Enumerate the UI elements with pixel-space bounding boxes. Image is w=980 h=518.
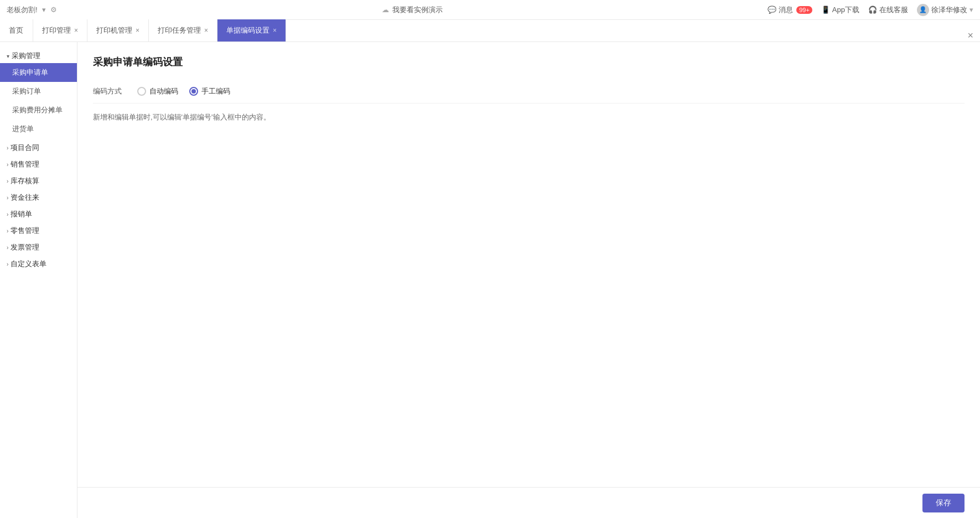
top-bar-center: ☁ 我要看实例演示 [382, 5, 443, 15]
sidebar-item-stock-in[interactable]: 进货单 [0, 120, 77, 138]
chevron-down-icon: ▾ [7, 53, 9, 59]
content-area: 采购申请单编码设置 编码方式 自动编码 手工编码 [77, 42, 980, 518]
encoding-row: 编码方式 自动编码 手工编码 [93, 80, 965, 103]
close-page-icon: × [967, 30, 973, 42]
user-info[interactable]: 👤 徐泽华修改 ▾ [917, 4, 973, 16]
tab-single-code[interactable]: 单据编码设置 × [217, 19, 286, 42]
sidebar-group-purchase[interactable]: ▾ 采购管理 [0, 46, 77, 63]
message-label: 消息 [779, 5, 793, 15]
radio-manual[interactable]: 手工编码 [189, 86, 230, 96]
hint-text: 新增和编辑单据时,可以编辑'单据编号'输入框中的内容。 [93, 112, 965, 122]
tab-bar: 首页 打印管理 × 打印机管理 × 打印任务管理 × 单据编码设置 × × [0, 20, 980, 42]
demo-link[interactable]: 我要看实例演示 [392, 5, 443, 15]
chevron-right-icon: › [7, 245, 8, 251]
message-icon: 💬 [768, 6, 776, 14]
message-badge: 99+ [796, 6, 812, 14]
radio-auto-label: 自动编码 [149, 86, 178, 96]
sidebar: ▾ 采购管理 采购申请单 采购订单 采购费用分摊单 进货单 › 项目合同 › 销… [0, 42, 77, 518]
main-layout: ▾ 采购管理 采购申请单 采购订单 采购费用分摊单 进货单 › 项目合同 › 销… [0, 42, 980, 518]
top-bar-left: 老板勿割! ▾ ⚙ [7, 5, 57, 15]
brand-text: 老板勿割! [7, 5, 38, 15]
radio-group: 自动编码 手工编码 [137, 86, 230, 96]
tab-printer-mgmt-close[interactable]: × [136, 27, 139, 34]
tab-print-mgmt[interactable]: 打印管理 × [33, 19, 87, 42]
app-download-btn[interactable]: 📱 App下载 [821, 5, 859, 15]
radio-manual-label: 手工编码 [201, 86, 230, 96]
chevron-right-icon: › [7, 261, 8, 267]
sidebar-group-project[interactable]: › 项目合同 [0, 138, 77, 155]
app-download-label: App下载 [832, 5, 859, 15]
sidebar-group-invoice-label: 发票管理 [11, 242, 39, 252]
online-service-btn[interactable]: 🎧 在线客服 [868, 5, 908, 15]
sidebar-group-finance[interactable]: › 资金往来 [0, 188, 77, 205]
sidebar-group-expense-label: 报销单 [11, 209, 32, 219]
close-page-button[interactable]: × [961, 30, 980, 42]
tab-print-mgmt-label: 打印管理 [42, 25, 71, 35]
tab-printer-mgmt[interactable]: 打印机管理 × [87, 19, 149, 42]
encoding-section: 编码方式 自动编码 手工编码 新增和编辑单据时,可以编辑'单据编号'输入框中的内… [93, 80, 965, 122]
online-service-label: 在线客服 [879, 5, 908, 15]
chevron-right-icon: › [7, 211, 8, 217]
chevron-down-icon[interactable]: ▾ [42, 6, 46, 14]
content-footer: 保存 [77, 487, 980, 518]
cloud-icon: ☁ [382, 6, 389, 14]
headset-icon: 🎧 [868, 6, 877, 14]
avatar: 👤 [917, 4, 929, 16]
chevron-right-icon: › [7, 145, 8, 151]
sidebar-group-custom-form-label: 自定义表单 [11, 259, 46, 269]
sidebar-group-inventory-label: 库存核算 [11, 176, 39, 186]
sidebar-group-custom-form[interactable]: › 自定义表单 [0, 255, 77, 271]
sidebar-group-project-label: 项目合同 [11, 143, 39, 153]
sidebar-group-invoice[interactable]: › 发票管理 [0, 238, 77, 255]
chevron-right-icon: › [7, 162, 8, 168]
sidebar-group-sales[interactable]: › 销售管理 [0, 155, 77, 172]
sidebar-group-purchase-label: 采购管理 [12, 51, 40, 61]
tab-print-task-mgmt-label: 打印任务管理 [158, 25, 201, 35]
user-name: 徐泽华修改 [931, 5, 967, 15]
gear-icon[interactable]: ⚙ [50, 6, 57, 14]
sidebar-group-inventory[interactable]: › 库存核算 [0, 172, 77, 188]
sidebar-group-retail-label: 零售管理 [11, 226, 39, 236]
page-title: 采购申请单编码设置 [93, 55, 965, 69]
sidebar-item-purchase-order[interactable]: 采购订单 [0, 82, 77, 101]
tab-print-task-mgmt[interactable]: 打印任务管理 × [149, 19, 217, 42]
top-bar: 老板勿割! ▾ ⚙ ☁ 我要看实例演示 💬 消息 99+ 📱 App下载 🎧 在… [0, 0, 980, 20]
content-main: 采购申请单编码设置 编码方式 自动编码 手工编码 [77, 42, 980, 487]
tab-home[interactable]: 首页 [0, 19, 33, 42]
sidebar-group-finance-label: 资金往来 [11, 193, 39, 203]
mobile-icon: 📱 [821, 6, 830, 14]
tab-home-label: 首页 [9, 25, 23, 35]
sidebar-group-expense[interactable]: › 报销单 [0, 205, 77, 221]
chevron-right-icon: › [7, 228, 8, 234]
chevron-right-icon: › [7, 195, 8, 201]
message-btn[interactable]: 💬 消息 99+ [768, 5, 812, 15]
sidebar-group-retail[interactable]: › 零售管理 [0, 221, 77, 238]
tab-single-code-label: 单据编码设置 [226, 25, 269, 35]
encoding-label: 编码方式 [93, 86, 126, 96]
radio-auto-circle [137, 87, 146, 96]
tab-print-mgmt-close[interactable]: × [74, 27, 78, 34]
tab-single-code-close[interactable]: × [273, 27, 277, 34]
save-button[interactable]: 保存 [922, 494, 965, 512]
tab-print-task-mgmt-close[interactable]: × [204, 27, 208, 34]
radio-auto[interactable]: 自动编码 [137, 86, 178, 96]
tab-printer-mgmt-label: 打印机管理 [96, 25, 132, 35]
sidebar-group-sales-label: 销售管理 [11, 159, 39, 169]
user-dropdown-icon: ▾ [969, 6, 973, 14]
chevron-right-icon: › [7, 178, 8, 184]
top-bar-right: 💬 消息 99+ 📱 App下载 🎧 在线客服 👤 徐泽华修改 ▾ [768, 4, 973, 16]
radio-manual-circle [189, 87, 198, 96]
sidebar-item-purchase-request[interactable]: 采购申请单 [0, 63, 77, 82]
sidebar-item-purchase-expense[interactable]: 采购费用分摊单 [0, 101, 77, 120]
